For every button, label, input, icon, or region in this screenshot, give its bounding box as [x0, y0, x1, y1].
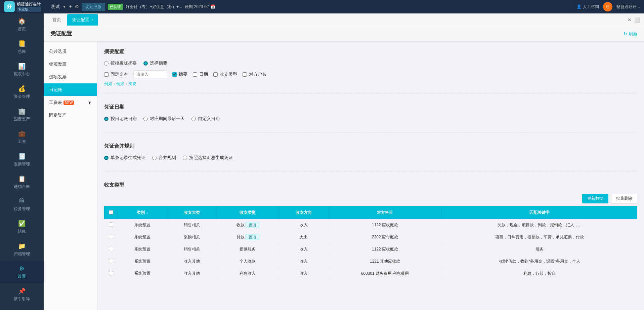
switch-btn[interactable]: 切到旧版: [82, 3, 105, 11]
tab-close-icon[interactable]: ×: [91, 18, 93, 22]
journal-date-label[interactable]: 按日记账日期: [104, 116, 137, 122]
summary-gen-label[interactable]: 按照选择汇总生成凭证: [183, 155, 233, 161]
row-checkbox[interactable]: [109, 247, 113, 251]
td-checkbox[interactable]: [104, 243, 118, 256]
td-checkbox[interactable]: [104, 219, 118, 231]
period-last-label[interactable]: 对应期间最后一天: [143, 116, 185, 122]
td-big-type: 收入其他: [167, 268, 216, 280]
td-category: 系统预置: [118, 256, 167, 268]
sidebar-item-label: 工资: [18, 139, 26, 145]
sidebar-item-assets[interactable]: 🏢 固定资产: [0, 104, 44, 126]
th-checkbox: [104, 206, 118, 219]
sidebar-item-label: 首页: [18, 26, 26, 32]
refresh-btn[interactable]: ↻ 刷新: [624, 31, 637, 37]
period-last-radio[interactable]: [143, 117, 148, 121]
consultant-link[interactable]: 👤 人工咨询: [576, 4, 599, 10]
td-type: 个人收款: [216, 256, 279, 268]
add-icon[interactable]: +: [69, 4, 72, 10]
left-nav-sales[interactable]: 销项发票: [44, 58, 97, 71]
custom-date-radio[interactable]: [191, 117, 196, 121]
left-nav-public[interactable]: 公共选项: [44, 45, 97, 58]
sidebar-item-guide[interactable]: 📌 新手引导: [0, 283, 44, 306]
row-checkbox[interactable]: [109, 235, 113, 239]
left-nav-purchase[interactable]: 进项发票: [44, 71, 97, 83]
sidebar-item-ledger[interactable]: 📒 总账: [0, 36, 44, 59]
type-checkbox-label[interactable]: 收支类型: [213, 71, 237, 77]
radio-template-label[interactable]: 按模板版摘要: [104, 60, 137, 66]
counterparty-checkbox[interactable]: [243, 72, 247, 77]
guide-icon: 📌: [18, 287, 26, 295]
settings-icon[interactable]: ⚙: [75, 4, 79, 10]
sidebar-item-purchase[interactable]: 📋 进销台账: [0, 171, 44, 194]
table-row: 系统预置 采购相关 付款 置顶 支出 2202 应付账款 项目，日常费用，报销款…: [104, 231, 637, 243]
row-checkbox[interactable]: [109, 223, 113, 227]
checkbox-row: 固定文本 摘要 日期 收支类型: [104, 70, 637, 78]
td-subject: 1221 其他应收款: [328, 256, 442, 268]
custom-date-label[interactable]: 自定义日期: [191, 116, 220, 122]
sidebar-item-reports[interactable]: 📊 报表中心: [0, 59, 44, 81]
sidebar-item-home[interactable]: 🏠 首页: [0, 13, 44, 36]
single-radio[interactable]: [104, 156, 109, 160]
sidebar-item-invoice[interactable]: 🧾 发票管理: [0, 149, 44, 171]
tax-icon: 🏛: [19, 198, 25, 205]
fixed-text-input[interactable]: [133, 70, 167, 78]
fixed-text-checkbox[interactable]: [104, 72, 109, 77]
product-badges: 好会计（专）+好生意（标）+...: [126, 4, 182, 10]
radio-select[interactable]: [143, 61, 148, 66]
settings-sidebar-icon: ⚙: [19, 265, 25, 272]
purchase-icon: 📋: [18, 175, 26, 183]
batch-delete-btn[interactable]: 批量删除: [611, 194, 637, 203]
counterparty-checkbox-label[interactable]: 对方户名: [243, 71, 266, 77]
row-checkbox[interactable]: [109, 259, 113, 263]
summary-gen-radio[interactable]: [183, 156, 187, 160]
left-nav-journal[interactable]: 日记账: [44, 83, 97, 96]
test-label: 测试: [51, 4, 60, 10]
type-checkbox[interactable]: [213, 72, 218, 77]
window-max-btn[interactable]: ⬜: [634, 17, 640, 23]
single-label[interactable]: 单条记录生成凭证: [104, 155, 145, 161]
sidebar-item-finance[interactable]: 💰 资金管理: [0, 81, 44, 104]
page-header: 凭证配置 ↻ 刷新: [44, 26, 644, 42]
fixed-text-label[interactable]: 固定文本: [104, 71, 128, 77]
td-keywords: 项目，日常费用，报销款，车费，承兑汇票，付款: [442, 231, 637, 243]
merge-rule-radio[interactable]: [152, 156, 157, 160]
sidebar-item-tax[interactable]: 🏛 税务管理: [0, 194, 44, 216]
tab-actions: ✕ ⬜: [628, 17, 640, 23]
summary-checkbox[interactable]: [172, 72, 177, 77]
tab-voucher[interactable]: 凭证配置 ×: [67, 14, 98, 26]
home-icon: 🏠: [18, 17, 26, 25]
td-checkbox[interactable]: [104, 268, 118, 280]
journal-date-radio[interactable]: [104, 117, 109, 121]
update-btn[interactable]: 更新数据: [582, 194, 608, 203]
sidebar-item-archive[interactable]: 📁 归档管理: [0, 238, 44, 261]
select-all-checkbox[interactable]: [109, 210, 113, 215]
sidebar-item-label: 发票管理: [14, 161, 30, 167]
left-nav-payroll[interactable]: 工资表 NEW ▼: [44, 96, 97, 109]
sidebar-item-label: 结账: [18, 229, 26, 234]
date-checkbox[interactable]: [193, 72, 197, 77]
table-body: 系统预置 销售相关 收款 置顶 收入 1122 应收账款 欠款，现金，项目款，到…: [104, 219, 637, 280]
sidebar-item-salary[interactable]: 💼 工资: [0, 126, 44, 149]
radio-template[interactable]: [104, 61, 109, 66]
tab-home[interactable]: 首页: [48, 14, 66, 26]
td-checkbox[interactable]: [104, 256, 118, 268]
certified-badge: 已认证: [108, 4, 123, 10]
test-dropdown[interactable]: ▼: [62, 5, 66, 9]
date-checkbox-label[interactable]: 日期: [193, 71, 208, 77]
sidebar-item-member[interactable]: 👑 畅会员: [0, 306, 44, 310]
top-tag[interactable]: 置顶: [246, 222, 259, 228]
archive-icon: 📁: [18, 242, 26, 250]
sidebar-item-label: 税务管理: [14, 206, 30, 212]
radio-select-label[interactable]: 选择摘要: [143, 60, 167, 66]
row-checkbox[interactable]: [109, 271, 113, 275]
sidebar-item-settings[interactable]: ⚙ 设置: [0, 261, 44, 283]
avatar[interactable]: 旺: [603, 2, 612, 11]
top-tag[interactable]: 置顶: [246, 234, 259, 240]
new-badge: NEW: [63, 101, 74, 105]
summary-checkbox-label[interactable]: 摘要: [172, 71, 187, 77]
left-nav-fixed[interactable]: 固定资产: [44, 109, 97, 122]
merge-rule-label[interactable]: 合并规则: [152, 155, 176, 161]
window-close-btn[interactable]: ✕: [628, 17, 632, 23]
sidebar-item-settlement[interactable]: ✅ 结账: [0, 216, 44, 238]
td-checkbox[interactable]: [104, 231, 118, 243]
